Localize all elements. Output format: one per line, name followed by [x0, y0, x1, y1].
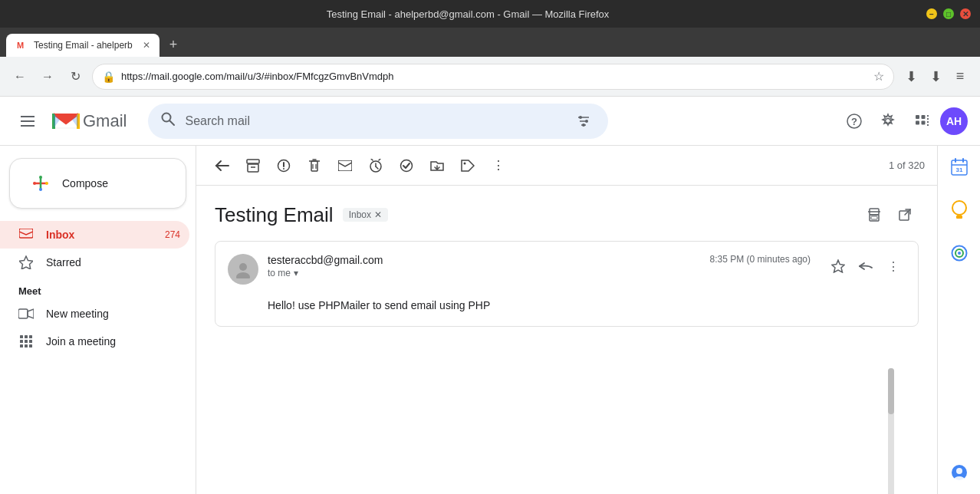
help-button[interactable]: ? — [839, 106, 870, 137]
svg-rect-25 — [922, 120, 926, 124]
search-filter-button[interactable] — [571, 109, 596, 133]
svg-rect-74 — [871, 216, 877, 219]
menu-icon[interactable]: ≡ — [949, 66, 971, 87]
bookmark-icon[interactable]: ☆ — [873, 69, 884, 84]
join-meeting-label: Join a meeting — [46, 335, 116, 347]
move-to-button[interactable] — [423, 152, 451, 179]
google-calendar-button[interactable]: 31 — [944, 152, 975, 183]
scrollbar-thumb[interactable] — [888, 368, 894, 414]
sidebar-item-starred[interactable]: Starred — [0, 249, 189, 276]
svg-rect-45 — [25, 340, 28, 343]
to-me-label: to me — [268, 268, 291, 278]
svg-point-91 — [958, 252, 961, 255]
svg-rect-27 — [927, 118, 929, 120]
inbox-label: Inbox — [46, 229, 153, 241]
svg-rect-47 — [20, 344, 23, 347]
new-tab-button[interactable]: + — [163, 34, 184, 55]
svg-rect-51 — [247, 160, 259, 163]
snooze-button[interactable] — [362, 152, 390, 179]
svg-line-67 — [379, 159, 380, 160]
svg-rect-28 — [927, 121, 929, 123]
mark-unread-button[interactable] — [331, 152, 359, 179]
sidebar-item-join-meeting[interactable]: Join a meeting — [0, 328, 196, 355]
back-button[interactable]: ← — [9, 66, 31, 87]
svg-rect-23 — [922, 115, 926, 119]
email-time: 8:35 PM (0 minutes ago) — [710, 254, 811, 265]
svg-rect-62 — [338, 160, 352, 171]
browser-controls: − □ ✕ — [926, 8, 971, 19]
inbox-tag: Inbox ✕ — [343, 208, 388, 222]
browser-title: Testing Email - ahelperbd@gmail.com - Gm… — [9, 8, 926, 20]
inbox-tag-close-button[interactable]: ✕ — [374, 209, 382, 220]
label-button[interactable] — [454, 152, 482, 179]
archive-button[interactable] — [239, 152, 267, 179]
settings-button[interactable] — [873, 106, 903, 137]
svg-point-18 — [582, 123, 585, 127]
downloads-icon[interactable]: ⬇ — [925, 66, 946, 87]
svg-point-17 — [585, 120, 588, 123]
gmail-header: Gmail Search mail — [0, 97, 980, 146]
email-body: Hello! use PHPMailer to send email using… — [228, 297, 906, 314]
svg-point-77 — [239, 263, 247, 271]
google-contacts-button[interactable] — [944, 457, 975, 488]
tab-close-button[interactable]: ✕ — [143, 40, 150, 51]
mark-done-button[interactable] — [393, 152, 420, 179]
email-message: testeraccbd@gmail.com to me ▾ 8:35 PM (0… — [215, 241, 919, 327]
svg-rect-85 — [952, 201, 966, 215]
svg-text:31: 31 — [955, 166, 962, 173]
to-expand-icon[interactable]: ▾ — [294, 268, 298, 278]
search-input[interactable]: Search mail — [185, 114, 562, 128]
nav-right-buttons: ⬇ ⬇ ≡ — [900, 66, 971, 87]
gmail-logo: Gmail — [52, 110, 127, 132]
address-bar[interactable]: 🔒 https://mail.google.com/mail/u/3/#inbo… — [92, 64, 894, 90]
email-count: 1 of 320 — [889, 160, 925, 171]
gmail-sidebar: Compose Inbox 274 Starred — [0, 146, 196, 494]
print-button[interactable] — [860, 201, 888, 229]
starred-label: Starred — [46, 256, 180, 268]
email-sender-row: testeraccbd@gmail.com to me ▾ 8:35 PM (0… — [228, 254, 906, 285]
svg-marker-38 — [19, 256, 33, 269]
svg-point-36 — [39, 188, 42, 191]
compose-button[interactable]: Compose — [9, 158, 186, 209]
hamburger-menu-button[interactable] — [12, 106, 43, 137]
svg-rect-4 — [21, 125, 35, 127]
sender-to: to me ▾ — [268, 268, 701, 278]
forward-button[interactable]: → — [37, 66, 58, 87]
pocket-icon[interactable]: ⬇ — [900, 66, 922, 87]
tab-favicon: M — [15, 39, 28, 51]
reply-button[interactable] — [853, 254, 878, 278]
google-tasks-button[interactable] — [944, 238, 975, 268]
minimize-button[interactable]: − — [926, 8, 937, 19]
svg-point-34 — [39, 176, 42, 179]
sidebar-item-inbox[interactable]: Inbox 274 — [0, 221, 189, 249]
star-email-button[interactable] — [826, 254, 850, 278]
more-email-options-button[interactable]: ⋮ — [881, 254, 906, 278]
email-scrollbar[interactable] — [888, 368, 894, 494]
compose-label: Compose — [62, 177, 108, 189]
open-in-new-window-button[interactable] — [891, 201, 919, 229]
more-options-button[interactable]: ⋮ — [485, 152, 512, 179]
gmail-main: ⋮ 1 of 320 Testing Email Inbox ✕ — [196, 146, 937, 494]
active-tab[interactable]: M Testing Email - ahelperb ✕ — [6, 34, 159, 57]
account-avatar[interactable]: AH — [940, 107, 968, 135]
svg-point-78 — [236, 272, 250, 278]
sidebar-item-new-meeting[interactable]: New meeting — [0, 300, 196, 328]
svg-rect-39 — [18, 309, 28, 318]
svg-rect-52 — [248, 164, 258, 172]
compose-plus-icon — [28, 171, 53, 196]
svg-marker-40 — [28, 309, 34, 318]
spam-button[interactable] — [270, 152, 298, 179]
reload-button[interactable]: ↻ — [64, 66, 86, 87]
maximize-button[interactable]: □ — [943, 8, 954, 19]
google-keep-button[interactable] — [944, 195, 975, 226]
svg-rect-24 — [916, 120, 919, 124]
gmail-search-bar[interactable]: Search mail — [148, 104, 608, 139]
svg-rect-46 — [29, 340, 32, 343]
email-subject: Testing Email — [215, 203, 334, 227]
apps-button[interactable] — [906, 106, 937, 137]
svg-line-65 — [376, 166, 378, 169]
starred-icon — [18, 255, 34, 270]
back-to-inbox-button[interactable] — [209, 152, 236, 179]
close-button[interactable]: ✕ — [960, 8, 971, 19]
delete-button[interactable] — [301, 152, 328, 179]
